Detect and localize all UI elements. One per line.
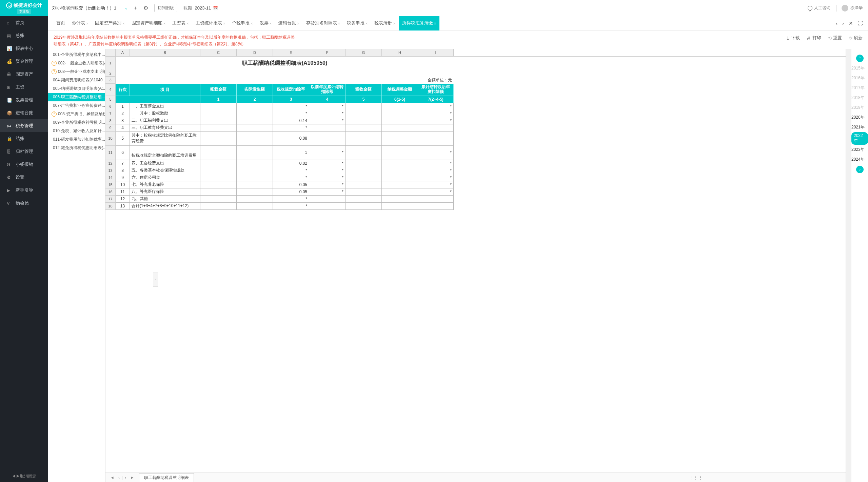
year-2023年[interactable]: 2023年 [851,145,868,155]
cell-g[interactable] [346,103,382,110]
cell-d[interactable] [237,103,273,110]
cell-e[interactable]: * [273,196,309,203]
cell-d[interactable] [237,160,273,167]
cell-f[interactable]: * [309,103,346,110]
sidebar-item-2[interactable]: 📊报表中心 [0,42,48,55]
cell-d[interactable] [237,117,273,124]
year-2016年[interactable]: 2016年 [851,73,868,83]
cell-f[interactable] [309,203,346,210]
tab-close-icon[interactable]: × [122,21,124,25]
cell-f[interactable]: * [309,181,346,188]
cell-b[interactable]: 四、工会经费支出 [130,160,200,167]
tab-close-icon[interactable]: × [251,21,253,25]
cell-c[interactable] [200,124,237,132]
cell-i[interactable]: * [418,160,454,167]
cell-g[interactable] [346,146,382,160]
cell-g[interactable] [346,196,382,203]
cell-e[interactable]: 0.05 [273,181,309,188]
cell-i[interactable] [418,124,454,132]
tab-9[interactable]: 存货别名对照表× [303,16,343,31]
cell-i[interactable]: * [418,181,454,188]
cell-g[interactable] [346,117,382,124]
tab-10[interactable]: 税务申报× [343,16,371,31]
rowhdr[interactable]: 11 [105,146,116,160]
tab-8[interactable]: 进销台账× [275,16,302,31]
cell-h[interactable] [382,124,418,132]
cell-g[interactable] [346,132,382,146]
tab-7[interactable]: 发票× [256,16,275,31]
colhdr-C[interactable]: C [200,49,237,56]
year-2017年[interactable]: 2017年 [851,83,868,93]
cell-h[interactable] [382,117,418,124]
cell-b[interactable]: 六、住房公积金 [130,174,200,181]
tab-close-all-icon[interactable]: ✕ [846,20,855,26]
cell-g[interactable] [346,174,382,181]
year-up-icon[interactable]: ⌃ [856,55,864,62]
cell-b[interactable]: 二、职工福利费支出 [130,117,200,124]
cell-h[interactable] [382,167,418,174]
colhdr-F[interactable]: F [309,49,346,56]
cell-f[interactable]: * [309,167,346,174]
doc-item-6[interactable]: 007-广告费和业务宣传费跨... [48,101,105,110]
sheet-more-icon[interactable]: ⋮⋮⋮ [689,475,703,480]
doc-item-9[interactable]: 010-免税、减计收入及加计... [48,127,105,135]
cell-n[interactable]: 4 [116,124,130,132]
cell-n[interactable]: 9 [116,174,130,181]
period-value[interactable]: 2023-11 [195,5,211,11]
settings-icon[interactable]: ⚙ [143,5,148,11]
rowhdr[interactable]: 2 [105,70,116,77]
tab-12[interactable]: 所得税汇算清缴× [399,16,439,31]
cell-c[interactable] [200,132,237,146]
cell-c[interactable] [200,181,237,188]
cell-b[interactable]: 九、其他 [130,196,200,203]
tab-2[interactable]: 固定资产类别× [92,16,128,31]
tab-close-icon[interactable]: × [297,21,299,25]
cell-b[interactable]: 七、补充养老保险 [130,181,200,188]
rowhdr[interactable]: 5 [105,96,116,103]
reset-button[interactable]: ⟲重置 [828,35,842,41]
sidebar-item-11[interactable]: G小畅报销 [0,158,48,171]
rowhdr[interactable]: 14 [105,174,116,181]
doc-item-3[interactable]: 004-期间费用明细表(A1040... [48,76,105,84]
tab-4[interactable]: 工资表× [169,16,192,31]
tab-next-icon[interactable]: › [840,20,846,26]
year-2020年[interactable]: 2020年 [851,113,868,122]
year-2018年[interactable]: 2018年 [851,93,868,103]
cell-n[interactable]: 7 [116,160,130,167]
cell-i[interactable] [418,132,454,146]
sheet-next-icon[interactable]: › [123,475,128,480]
cell-i[interactable]: * [418,110,454,117]
sidebar-pin-toggle[interactable]: ◀▶取消固定 [0,470,48,482]
cell-n[interactable]: 6 [116,146,130,160]
sidebar-item-6[interactable]: 📑发票管理 [0,94,48,106]
doc-item-0[interactable]: 001-企业所得税年度纳税申... [48,51,105,59]
colhdr-B[interactable]: B [130,49,200,56]
tab-close-icon[interactable]: × [86,21,88,25]
cell-d[interactable] [237,167,273,174]
year-2022年[interactable]: 2022年 [851,132,868,145]
year-2015年[interactable]: 2015年 [851,63,868,73]
cell-n[interactable]: 11 [116,188,130,196]
sidebar-item-10[interactable]: 🗄归档管理 [0,145,48,158]
rowhdr[interactable]: 10 [105,132,116,146]
cell-f[interactable] [309,124,346,132]
doc-item-5[interactable]: 006-职工薪酬纳税调整明细... [48,93,105,101]
sheet-prev-icon[interactable]: ‹ [116,475,122,480]
cell-b[interactable]: 其中：按税收规定比例扣除的职工教育经费 [130,132,200,146]
cell-c[interactable] [200,103,237,110]
rowhdr[interactable]: 1 [105,57,116,70]
tab-close-icon[interactable]: × [270,21,272,25]
cell-e[interactable]: * [273,124,309,132]
cell-e[interactable]: * [273,103,309,110]
sheet-last-icon[interactable]: ► [128,475,136,480]
tab-close-icon[interactable]: × [186,21,189,25]
cell-g[interactable] [346,160,382,167]
user-menu[interactable]: 徐泽华 [836,5,863,12]
cell-h[interactable] [382,188,418,196]
sheet-tab[interactable]: 职工薪酬纳税调整明细表 [139,473,194,482]
cell-d[interactable] [237,203,273,210]
cell-e[interactable]: 0.14 [273,117,309,124]
cell-g[interactable] [346,124,382,132]
tab-1[interactable]: 弥计表× [68,16,92,31]
tab-0[interactable]: 首页 [53,16,68,31]
